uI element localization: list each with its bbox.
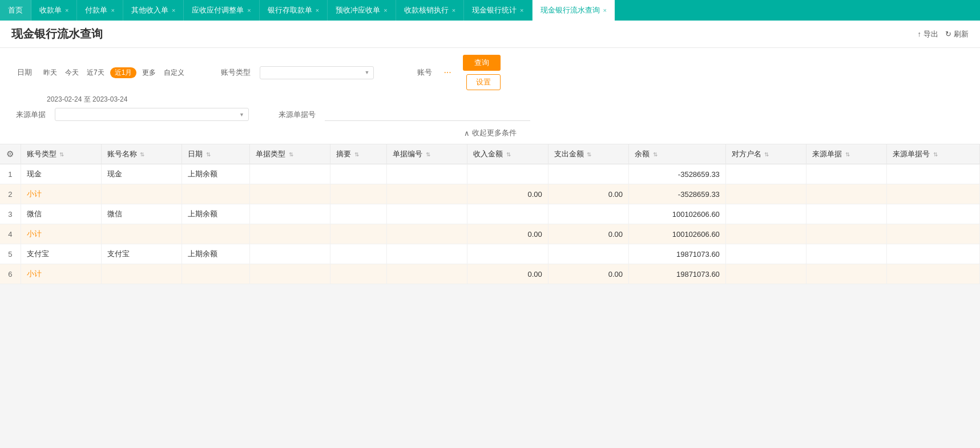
date-btn-7days[interactable]: 近7天 (84, 67, 107, 78)
page-title: 现金银行流水查询 (11, 26, 103, 42)
table-header-row: ⚙ 账号类型 ⇅ 账号名称 ⇅ 日期 ⇅ 单据类型 ⇅ 摘要 ⇅ 单据编号 ⇅ … (0, 144, 980, 164)
settings-button[interactable]: 设置 (466, 74, 501, 90)
date-btn-1month[interactable]: 近1月 (110, 67, 137, 78)
cell-summary (330, 204, 387, 224)
cell-counterparty (725, 164, 806, 184)
cell-expense (548, 244, 628, 264)
sort-icon: ⇅ (506, 151, 511, 158)
col-source-doc[interactable]: 来源单据 ⇅ (806, 144, 887, 164)
cell-counterparty (725, 204, 806, 224)
nav-item-adjust[interactable]: 应收应付调整单 × (184, 0, 259, 21)
account-dots-button[interactable]: ··· (441, 67, 453, 78)
nav-item-stats[interactable]: 现金银行统计 × (464, 0, 532, 21)
date-btn-today[interactable]: 今天 (63, 67, 81, 78)
sort-icon: ⇅ (653, 151, 658, 158)
nav-item-bank[interactable]: 银行存取款单 × (260, 0, 328, 21)
account-type-select[interactable]: 现金 微信 支付宝 (260, 66, 374, 79)
close-icon[interactable]: × (520, 7, 523, 14)
collapse-up-icon: ∧ (464, 129, 470, 138)
header-actions: ↑ 导出 ↻ 刷新 (918, 29, 969, 39)
col-doc-no[interactable]: 单据编号 ⇅ (387, 144, 467, 164)
close-icon[interactable]: × (111, 7, 114, 14)
nav-item-home[interactable]: 首页 (0, 0, 31, 21)
cell-source-doc (806, 164, 887, 184)
close-icon[interactable]: × (247, 7, 251, 14)
col-summary[interactable]: 摘要 ⇅ (330, 144, 387, 164)
col-account-type[interactable]: 账号类型 ⇅ (21, 144, 101, 164)
cell-income (467, 164, 548, 184)
sort-icon: ⇅ (845, 151, 850, 158)
table-row: 6小计0.000.0019871073.60 (0, 264, 980, 284)
cell-source-doc-no (887, 264, 980, 284)
col-gear[interactable]: ⚙ (0, 144, 21, 164)
row-no: 3 (0, 204, 21, 224)
cell-doc-type (250, 224, 330, 244)
row-no: 6 (0, 264, 21, 284)
cell-account-name (101, 184, 182, 204)
close-icon[interactable]: × (65, 7, 68, 14)
cell-income: 0.00 (467, 184, 548, 204)
close-icon[interactable]: × (172, 7, 175, 14)
cell-expense (548, 204, 628, 224)
top-nav: 首页 收款单 × 付款单 × 其他收入单 × 应收应付调整单 × 银行存取款单 … (0, 0, 980, 21)
account-type-label: 账号类型 (216, 67, 251, 78)
source-doc-no-input[interactable] (325, 108, 530, 121)
cell-income (467, 204, 548, 224)
filter-area: 日期 昨天 今天 近7天 近1月 更多 自定义 账号类型 现金 微信 支付宝 账… (0, 48, 980, 144)
date-btn-custom[interactable]: 自定义 (162, 67, 187, 78)
col-source-doc-no[interactable]: 来源单据号 ⇅ (887, 144, 980, 164)
nav-item-other-income[interactable]: 其他收入单 × (123, 0, 184, 21)
nav-item-flow[interactable]: 现金银行流水查询 × (533, 0, 615, 21)
col-doc-type[interactable]: 单据类型 ⇅ (250, 144, 330, 164)
refresh-icon: ↻ (945, 30, 951, 38)
nav-item-prepay[interactable]: 预收冲应收单 × (328, 0, 396, 21)
row-no: 2 (0, 184, 21, 204)
cell-account-name: 现金 (101, 164, 182, 184)
sort-icon: ⇅ (933, 151, 938, 158)
settings-icon[interactable]: ⚙ (6, 149, 14, 159)
sort-icon: ⇅ (206, 151, 211, 158)
cell-summary (330, 184, 387, 204)
date-label: 日期 (11, 67, 32, 78)
source-doc-select[interactable] (55, 108, 249, 121)
date-btn-yesterday[interactable]: 昨天 (41, 67, 59, 78)
data-table-wrap: ⚙ 账号类型 ⇅ 账号名称 ⇅ 日期 ⇅ 单据类型 ⇅ 摘要 ⇅ 单据编号 ⇅ … (0, 144, 980, 284)
query-button[interactable]: 查询 (463, 55, 501, 71)
cell-doc-type (250, 264, 330, 284)
cell-date: 上期余额 (182, 204, 250, 224)
cell-source-doc (806, 184, 887, 204)
nav-item-receipts[interactable]: 收款单 × (31, 0, 77, 21)
collapse-bar[interactable]: ∧ 收起更多条件 (11, 126, 969, 139)
export-button[interactable]: ↑ 导出 (918, 29, 939, 39)
col-balance[interactable]: 余额 ⇅ (629, 144, 726, 164)
date-btn-more[interactable]: 更多 (140, 67, 158, 78)
cell-expense (548, 164, 628, 184)
export-icon: ↑ (918, 30, 922, 38)
cell-source-doc (806, 224, 887, 244)
cell-expense: 0.00 (548, 184, 628, 204)
cell-summary (330, 224, 387, 244)
col-income[interactable]: 收入金额 ⇅ (467, 144, 548, 164)
cell-doc-type (250, 164, 330, 184)
close-icon[interactable]: × (384, 7, 387, 14)
cell-counterparty (725, 224, 806, 244)
col-account-name[interactable]: 账号名称 ⇅ (101, 144, 182, 164)
source-doc-no-label: 来源单据号 (279, 110, 316, 120)
nav-item-payment[interactable]: 付款单 × (77, 0, 123, 21)
table-row: 2小计0.000.00-3528659.33 (0, 184, 980, 204)
cell-counterparty (725, 184, 806, 204)
cell-date (182, 264, 250, 284)
cell-source-doc-no (887, 244, 980, 264)
page-header: 现金银行流水查询 ↑ 导出 ↻ 刷新 (0, 21, 980, 48)
col-expense[interactable]: 支出金额 ⇅ (548, 144, 628, 164)
nav-item-verify[interactable]: 收款核销执行 × (396, 0, 464, 21)
cell-date: 上期余额 (182, 244, 250, 264)
close-icon[interactable]: × (452, 7, 455, 14)
close-icon[interactable]: × (603, 7, 607, 14)
col-date[interactable]: 日期 ⇅ (182, 144, 250, 164)
cell-account-type: 微信 (21, 204, 101, 224)
close-icon[interactable]: × (316, 7, 319, 14)
col-counterparty[interactable]: 对方户名 ⇅ (725, 144, 806, 164)
cell-doc-no (387, 264, 467, 284)
refresh-button[interactable]: ↻ 刷新 (945, 29, 969, 39)
